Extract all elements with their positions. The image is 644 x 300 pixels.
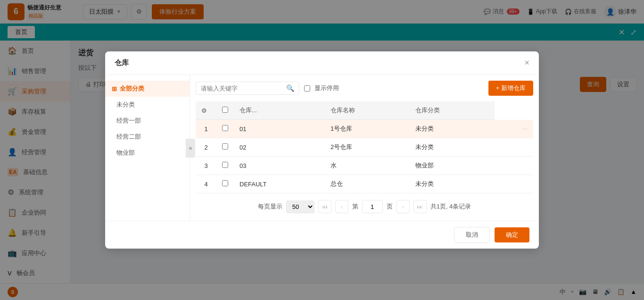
search-box: 🔍 bbox=[196, 82, 299, 95]
table-header-row: ⚙ 仓库... 仓库名称 bbox=[196, 101, 533, 120]
row-checkbox[interactable] bbox=[222, 143, 228, 150]
modal-footer: 取消 确定 bbox=[105, 221, 539, 249]
table-container: ⚙ 仓库... 仓库名称 bbox=[196, 101, 533, 193]
row-code: 02 bbox=[234, 138, 325, 157]
table-row[interactable]: 3 03 水 物业部 bbox=[196, 157, 533, 175]
cancel-button[interactable]: 取消 bbox=[454, 227, 490, 243]
col-header-check bbox=[216, 101, 234, 120]
table-head: ⚙ 仓库... 仓库名称 bbox=[196, 101, 533, 120]
search-input[interactable] bbox=[201, 85, 286, 92]
row-code: 03 bbox=[234, 157, 325, 175]
modal-title: 仓库 bbox=[115, 58, 129, 67]
table-gear-icon[interactable]: ⚙ bbox=[201, 107, 207, 114]
table-row[interactable]: 2 02 2号仓库 未分类 bbox=[196, 138, 533, 157]
category-item-dept2[interactable]: 经营二部 bbox=[105, 129, 190, 145]
row-check bbox=[216, 120, 234, 138]
grid-icon: ⊞ bbox=[112, 85, 117, 92]
row-checkbox[interactable] bbox=[222, 125, 228, 131]
row-category: 未分类 bbox=[410, 120, 495, 138]
category-item-dept1[interactable]: 经营一部 bbox=[105, 113, 190, 129]
row-name: 总仓 bbox=[325, 175, 410, 193]
show-disabled-text: 显示停用 bbox=[314, 84, 339, 92]
row-actions[interactable] bbox=[495, 157, 533, 175]
row-num: 2 bbox=[196, 138, 216, 157]
confirm-button[interactable]: 确定 bbox=[495, 227, 529, 242]
modal-body: ⊞ 全部分类 未分类 经营一部 经营二部 物业部 « 🔍 bbox=[105, 75, 539, 221]
row-num: 1 bbox=[196, 120, 216, 138]
warehouse-table: ⚙ 仓库... 仓库名称 bbox=[196, 101, 533, 193]
row-check bbox=[216, 157, 234, 175]
category-item-property[interactable]: 物业部 bbox=[105, 145, 190, 161]
collapse-icon: « bbox=[189, 145, 192, 151]
row-num: 3 bbox=[196, 157, 216, 175]
last-page-button[interactable]: ⏭ bbox=[413, 200, 427, 213]
per-page-label: 每页显示 bbox=[258, 202, 282, 211]
row-category: 未分类 bbox=[410, 175, 495, 193]
all-categories-label: 全部分类 bbox=[120, 84, 144, 93]
row-actions[interactable] bbox=[495, 175, 533, 193]
prev-page-button[interactable]: ‹ bbox=[335, 200, 348, 213]
page-label-after: 页 bbox=[387, 202, 393, 211]
modal-overlay: 仓库 × ⊞ 全部分类 未分类 经营一部 经营二部 物业部 « bbox=[0, 0, 644, 300]
category-panel: ⊞ 全部分类 未分类 经营一部 经营二部 物业部 « bbox=[105, 75, 190, 221]
col-header-name: 仓库名称 bbox=[325, 101, 410, 120]
page-number-input[interactable] bbox=[362, 200, 383, 213]
col-header-code: 仓库... bbox=[234, 101, 325, 120]
table-row[interactable]: 4 DEFAULT 总仓 未分类 bbox=[196, 175, 533, 193]
row-name: 水 bbox=[325, 157, 410, 175]
row-check bbox=[216, 138, 234, 157]
col-header-category: 仓库分类 bbox=[410, 101, 495, 120]
warehouse-modal: 仓库 × ⊞ 全部分类 未分类 经营一部 经营二部 物业部 « bbox=[105, 51, 539, 249]
modal-header: 仓库 × bbox=[105, 51, 539, 75]
row-category: 未分类 bbox=[410, 138, 495, 157]
show-disabled-label[interactable]: 显示停用 bbox=[304, 84, 339, 92]
table-row[interactable]: 1 01 1号仓库 未分类 ··· bbox=[196, 120, 533, 138]
show-disabled-checkbox[interactable] bbox=[304, 85, 310, 92]
category-item-unclassified[interactable]: 未分类 bbox=[105, 97, 190, 113]
row-actions[interactable] bbox=[495, 138, 533, 157]
all-categories-item[interactable]: ⊞ 全部分类 bbox=[105, 81, 190, 97]
table-body: 1 01 1号仓库 未分类 ··· 2 bbox=[196, 120, 533, 193]
row-checkbox[interactable] bbox=[222, 162, 228, 168]
row-num: 4 bbox=[196, 175, 216, 193]
select-all-checkbox[interactable] bbox=[222, 107, 228, 113]
row-actions[interactable]: ··· bbox=[495, 120, 533, 138]
first-page-button[interactable]: ⏮ bbox=[318, 200, 331, 213]
col-header-gear: ⚙ bbox=[196, 101, 216, 120]
row-name: 1号仓库 bbox=[325, 120, 410, 138]
row-code: DEFAULT bbox=[234, 175, 325, 193]
per-page-select[interactable]: 50 20 100 bbox=[286, 200, 314, 213]
modal-close-button[interactable]: × bbox=[524, 58, 529, 68]
collapse-button[interactable]: « bbox=[186, 139, 195, 158]
add-warehouse-button[interactable]: + 新增仓库 bbox=[488, 81, 533, 96]
row-code: 01 bbox=[234, 120, 325, 138]
row-category: 物业部 bbox=[410, 157, 495, 175]
next-page-button[interactable]: › bbox=[396, 200, 410, 213]
row-check bbox=[216, 175, 234, 193]
total-info: 共1页, 4条记录 bbox=[430, 202, 471, 211]
table-toolbar: 🔍 显示停用 + 新增仓库 bbox=[196, 81, 533, 96]
page-label-before: 第 bbox=[352, 202, 358, 211]
pagination: 每页显示 50 20 100 ⏮ ‹ 第 页 › ⏭ 共1页, 4条记录 bbox=[196, 193, 533, 215]
search-icon[interactable]: 🔍 bbox=[286, 84, 294, 92]
row-checkbox[interactable] bbox=[222, 180, 228, 186]
row-name: 2号仓库 bbox=[325, 138, 410, 157]
table-panel: 🔍 显示停用 + 新增仓库 ⚙ bbox=[190, 75, 539, 221]
